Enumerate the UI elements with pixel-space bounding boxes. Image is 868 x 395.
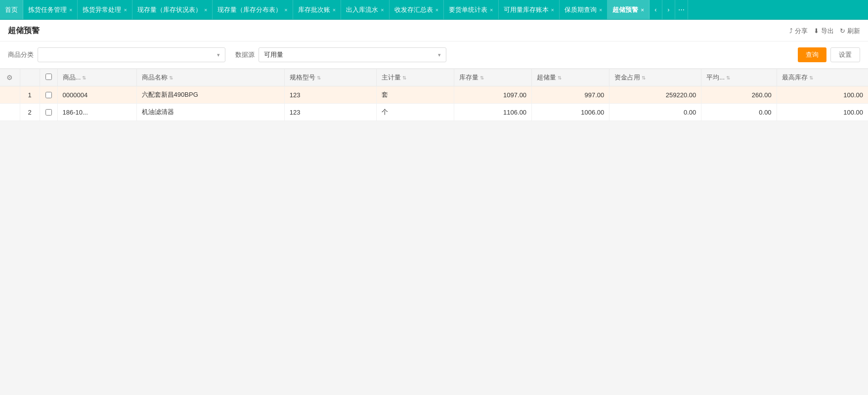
nav-batch-account[interactable]: 库存批次账 × — [293, 0, 341, 19]
row-avg: 260.00 — [701, 86, 777, 104]
category-dropdown-icon: ▾ — [217, 52, 220, 58]
datasource-select[interactable]: 可用量 ▾ — [259, 47, 446, 62]
nav-close-overstock-warning[interactable]: × — [641, 7, 644, 13]
nav-close-inventory-dist[interactable]: × — [284, 7, 287, 13]
nav-overstock-warning[interactable]: 超储预警 × — [608, 0, 649, 19]
nav-close-quality-check[interactable]: × — [599, 7, 602, 13]
settings-button[interactable]: 设置 — [830, 47, 860, 62]
gear-icon[interactable]: ⚙ — [6, 74, 13, 81]
row-checkbox-0[interactable] — [45, 92, 52, 98]
query-button[interactable]: 查询 — [798, 47, 826, 62]
nav-close-abnormal[interactable]: × — [124, 7, 127, 13]
row-index: 1 — [20, 86, 40, 104]
page-title: 超储预警 — [8, 26, 40, 36]
sort-spec-icon: ⇅ — [317, 75, 321, 80]
nav-home[interactable]: 首页 — [0, 0, 23, 19]
nav-available-ledger[interactable]: 可用量库存账本 × — [499, 0, 560, 19]
th-spec[interactable]: 规格型号 ⇅ — [284, 69, 376, 86]
row-stock: 1097.00 — [454, 86, 531, 104]
row-capital-occupy: 0.00 — [609, 104, 701, 121]
nav-next-arrow[interactable]: › — [662, 0, 675, 19]
th-index — [20, 69, 40, 86]
category-filter: 商品分类 ▾ — [8, 47, 225, 62]
export-button[interactable]: ⬇ 导出 — [814, 27, 834, 36]
share-icon: ⤴ — [789, 27, 793, 35]
row-product-name: 机油滤清器 — [136, 104, 284, 121]
top-navigation: 首页 拣货任务管理 × 拣货异常处理 × 现存量（库存状况表） × 现存量（库存… — [0, 0, 868, 20]
nav-close-inventory-status[interactable]: × — [204, 7, 207, 13]
nav-collection-summary[interactable]: 收发存汇总表 × — [390, 0, 444, 19]
row-settings-cell — [0, 86, 20, 104]
row-product-code: 186-10... — [57, 104, 136, 121]
th-capital-occupy[interactable]: 资金占用 ⇅ — [609, 69, 701, 86]
category-label: 商品分类 — [8, 50, 34, 59]
table-header-row: ⚙ 商品... ⇅ 商品名称 — [0, 69, 868, 86]
th-overstock[interactable]: 超储量 ⇅ — [532, 69, 609, 86]
nav-close-task-mgmt[interactable]: × — [69, 7, 72, 13]
datasource-label: 数据源 — [235, 50, 255, 59]
table-row: 2 186-10... 机油滤清器 123 个 1106.00 1006.00 … — [0, 104, 868, 121]
nav-close-collection-summary[interactable]: × — [435, 7, 438, 13]
nav-quality-check[interactable]: 保质期查询 × — [560, 0, 608, 19]
nav-abnormal[interactable]: 拣货异常处理 × — [78, 0, 132, 19]
page-header: 超储预警 ⤴ 分享 ⬇ 导出 ↻ 刷新 — [0, 20, 868, 41]
sort-overstock-icon: ⇅ — [558, 75, 562, 80]
row-max-stock: 100.00 — [777, 104, 868, 121]
refresh-button[interactable]: ↻ 刷新 — [840, 27, 860, 36]
row-checkbox-cell — [40, 104, 57, 121]
nav-inventory-status[interactable]: 现存量（库存状况表） × — [132, 0, 213, 19]
category-select[interactable]: ▾ — [38, 47, 225, 62]
row-product-name: 六配套新昌490BPG — [136, 86, 284, 104]
row-unit: 个 — [376, 104, 454, 121]
nav-close-inout-flow[interactable]: × — [381, 7, 384, 13]
sort-unit-icon: ⇅ — [402, 75, 406, 80]
sort-avg-icon: ⇅ — [726, 75, 730, 80]
nav-prev-arrow[interactable]: ‹ — [650, 0, 662, 19]
row-checkbox-1[interactable] — [45, 109, 52, 116]
row-max-stock: 100.00 — [777, 86, 868, 104]
nav-menu-arrow[interactable]: ⋯ — [675, 0, 688, 19]
datasource-select-value: 可用量 — [264, 50, 283, 59]
nav-close-order-summary[interactable]: × — [490, 7, 493, 13]
row-spec: 123 — [284, 104, 376, 121]
refresh-icon: ↻ — [840, 27, 845, 35]
nav-close-available-ledger[interactable]: × — [551, 7, 554, 13]
datasource-dropdown-icon: ▾ — [438, 52, 441, 58]
nav-close-batch-account[interactable]: × — [333, 7, 336, 13]
sort-stock-icon: ⇅ — [480, 75, 484, 80]
row-stock: 1106.00 — [454, 104, 531, 121]
th-max-stock[interactable]: 最高库存 ⇅ — [777, 69, 868, 86]
th-unit[interactable]: 主计量 ⇅ — [376, 69, 454, 86]
table-container: ⚙ 商品... ⇅ 商品名称 — [0, 69, 868, 121]
nav-inout-flow[interactable]: 出入库流水 × — [341, 0, 389, 19]
select-all-checkbox[interactable] — [45, 74, 52, 80]
nav-task-mgmt[interactable]: 拣货任务管理 × — [23, 0, 78, 19]
row-overstock: 1006.00 — [532, 104, 609, 121]
filter-bar: 商品分类 ▾ 数据源 可用量 ▾ 查询 设置 — [0, 41, 868, 69]
datasource-filter: 数据源 可用量 ▾ — [235, 47, 446, 62]
th-stock[interactable]: 库存量 ⇅ — [454, 69, 531, 86]
row-settings-cell — [0, 104, 20, 121]
sort-capital-occupy-icon: ⇅ — [642, 75, 646, 80]
th-settings: ⚙ — [0, 69, 20, 86]
header-actions: ⤴ 分享 ⬇ 导出 ↻ 刷新 — [789, 27, 860, 36]
filter-actions: 查询 设置 — [798, 47, 860, 62]
th-product-code[interactable]: 商品... ⇅ — [57, 69, 136, 86]
row-spec: 123 — [284, 86, 376, 104]
row-capital-occupy: 259220.00 — [609, 86, 701, 104]
table-body: 1 0000004 六配套新昌490BPG 123 套 1097.00 997.… — [0, 86, 868, 121]
th-avg[interactable]: 平均... ⇅ — [701, 69, 777, 86]
row-checkbox-cell — [40, 86, 57, 104]
table-row: 1 0000004 六配套新昌490BPG 123 套 1097.00 997.… — [0, 86, 868, 104]
share-button[interactable]: ⤴ 分享 — [789, 27, 808, 36]
row-unit: 套 — [376, 86, 454, 104]
sort-product-name-icon: ⇅ — [169, 75, 173, 80]
export-icon: ⬇ — [814, 27, 819, 35]
nav-order-summary[interactable]: 要货单统计表 × — [444, 0, 498, 19]
th-product-name[interactable]: 商品名称 ⇅ — [136, 69, 284, 86]
row-product-code: 0000004 — [57, 86, 136, 104]
page-container: 超储预警 ⤴ 分享 ⬇ 导出 ↻ 刷新 商品分类 ▾ 数据源 — [0, 20, 868, 121]
nav-inventory-dist[interactable]: 现存量（库存分布表） × — [213, 0, 293, 19]
th-checkbox — [40, 69, 57, 86]
sort-product-code-icon: ⇅ — [82, 75, 86, 80]
